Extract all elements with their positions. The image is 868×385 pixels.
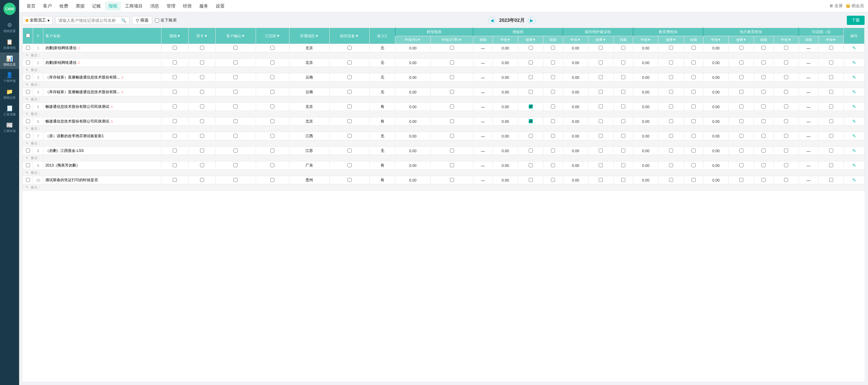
nianbao-check[interactable] xyxy=(450,104,454,109)
nav-customer[interactable]: 客户 xyxy=(40,2,55,11)
queiren-check[interactable] xyxy=(233,119,238,123)
difang-shue2-check[interactable] xyxy=(784,178,788,182)
jiaoyu-jiaofei-check[interactable] xyxy=(692,163,696,167)
difang-shue2-check[interactable] xyxy=(784,163,788,167)
difang-shenbao-check[interactable] xyxy=(739,148,743,153)
baoshui-check[interactable] xyxy=(173,90,177,94)
baoshui-check[interactable] xyxy=(173,163,177,167)
jiaoyu-jiaofei-check[interactable] xyxy=(692,148,696,153)
nav-jingying[interactable]: 经营 xyxy=(180,2,195,11)
huaka-check[interactable] xyxy=(200,104,204,109)
edit-icon[interactable]: ✎ xyxy=(852,133,856,139)
filter-button[interactable]: ▽ 筛选 xyxy=(132,16,152,25)
jiaofei-check[interactable] xyxy=(551,104,555,109)
chengshi-shenbao-check[interactable] xyxy=(599,178,603,182)
huaka-check[interactable] xyxy=(200,163,204,167)
shebei-check[interactable] xyxy=(347,134,352,138)
jiaoyu-jiaofei-check[interactable] xyxy=(692,178,696,182)
chengshi-jiaofei-check[interactable] xyxy=(621,134,625,138)
difang-shue2-check[interactable] xyxy=(784,134,788,138)
wansui-check[interactable] xyxy=(270,134,274,138)
sidebar-item-baoshuijilu[interactable]: 📁 报税记录 xyxy=(0,86,19,102)
nianbao-check[interactable] xyxy=(450,46,454,50)
shebei-check[interactable] xyxy=(347,90,352,94)
jiaofei-check[interactable] xyxy=(551,178,555,182)
difang-shue2-check[interactable] xyxy=(784,60,788,65)
nianbao-check[interactable] xyxy=(450,163,454,167)
edit-icon[interactable]: ✎ xyxy=(852,75,856,80)
th-jiaoyu-jiaofei[interactable]: 缴费▼ xyxy=(658,36,684,44)
next-month-button[interactable]: ▶ xyxy=(528,17,536,24)
difang-shenbao-check[interactable] xyxy=(739,75,743,79)
zengjia-check[interactable] xyxy=(529,75,533,79)
th-shebeizhuangbei[interactable]: 税控设备▼ xyxy=(329,28,370,44)
huaka-check[interactable] xyxy=(200,60,204,65)
difang-jiaofei-check[interactable] xyxy=(762,75,766,79)
nav-baoshui[interactable]: 报税 xyxy=(105,2,121,11)
difang-shenbao-check[interactable] xyxy=(739,163,743,167)
row-checkbox[interactable] xyxy=(26,60,30,65)
difang-jiaofei-check[interactable] xyxy=(762,46,766,50)
zengjia-check[interactable] xyxy=(529,178,533,182)
row-checkbox[interactable] xyxy=(26,90,30,94)
sidebar-item-baoshuizonglan[interactable]: 📊 报税总览 xyxy=(0,53,19,69)
th-zengjia-jiaofei[interactable]: 缴费▼ xyxy=(518,36,543,44)
jiaofei-check[interactable] xyxy=(551,75,555,79)
jiaoyu-shenbao-check[interactable] xyxy=(669,104,673,109)
difang-shenbao-check[interactable] xyxy=(739,90,743,94)
queiren-check[interactable] xyxy=(233,60,238,65)
employee-filter[interactable]: 全部员工 ▾ xyxy=(23,16,53,25)
shebei-check[interactable] xyxy=(347,60,352,65)
difang-jiaofei-check[interactable] xyxy=(762,119,766,123)
th-zengjia-shenbao[interactable]: 申报▼ xyxy=(493,36,518,44)
jiaofei-check[interactable] xyxy=(551,46,555,50)
yinhua-shue-check[interactable] xyxy=(829,134,833,138)
zengjia-check[interactable] xyxy=(529,134,533,138)
nav-piaoju[interactable]: 票据 xyxy=(72,2,88,11)
zengjia-check[interactable] xyxy=(529,148,533,153)
chengshi-jiaofei-check[interactable] xyxy=(621,104,625,109)
row-checkbox[interactable] xyxy=(26,178,30,182)
difang-shue2-check[interactable] xyxy=(784,75,788,79)
chengshi-shenbao-check[interactable] xyxy=(599,119,603,123)
jiaoyu-jiaofei-check[interactable] xyxy=(692,46,696,50)
th-baoshui[interactable]: 报税▼ xyxy=(161,28,188,44)
huaka-check[interactable] xyxy=(200,75,204,79)
nav-jizhang[interactable]: 记账 xyxy=(89,2,104,11)
difang-shue2-check[interactable] xyxy=(784,90,788,94)
prev-month-button[interactable]: ◀ xyxy=(488,17,496,24)
edit-icon[interactable]: ✎ xyxy=(852,148,856,153)
difang-shenbao-check[interactable] xyxy=(739,60,743,65)
shebei-check[interactable] xyxy=(347,104,352,109)
jiaoyu-jiaofei-check[interactable] xyxy=(692,119,696,123)
jiaoyu-shenbao-check[interactable] xyxy=(669,75,673,79)
zengjia-check[interactable] xyxy=(529,46,533,50)
shebei-check[interactable] xyxy=(347,75,352,79)
edit-icon[interactable]: ✎ xyxy=(852,177,856,183)
yinhua-shue-check[interactable] xyxy=(829,119,833,123)
yinhua-shue-check[interactable] xyxy=(829,104,833,109)
queiren-check[interactable] xyxy=(233,178,238,182)
baoshui-check[interactable] xyxy=(173,46,177,50)
jiaofei-check[interactable] xyxy=(551,119,555,123)
chengshi-jiaofei-check[interactable] xyxy=(621,46,625,50)
zengjia-check[interactable] xyxy=(529,104,533,109)
wansui-check[interactable] xyxy=(270,104,274,109)
queiren-check[interactable] xyxy=(233,90,238,94)
yinhua-shue-check[interactable] xyxy=(829,163,833,167)
th-caiwu-yuejibao[interactable]: 申报(月/季)▼ xyxy=(430,36,473,44)
row-checkbox[interactable] xyxy=(26,46,30,50)
nav-fuwu[interactable]: 服务 xyxy=(196,2,212,11)
th-huaka[interactable]: 滑卡▼ xyxy=(188,28,215,44)
queiren-check[interactable] xyxy=(233,46,238,50)
difang-shenbao-check[interactable] xyxy=(739,104,743,109)
th-caiwu-nianbao[interactable]: 申报(年)▼ xyxy=(395,36,430,44)
huaka-check[interactable] xyxy=(200,46,204,50)
sidebar-item-gongshangnianbao[interactable]: 📰 工商年报 xyxy=(0,119,19,136)
yinhua-shue-check[interactable] xyxy=(829,90,833,94)
row-checkbox[interactable] xyxy=(26,119,30,123)
chengshi-shenbao-check[interactable] xyxy=(599,46,603,50)
yinhua-shue-check[interactable] xyxy=(829,46,833,50)
difang-shue2-check[interactable] xyxy=(784,46,788,50)
th-wansui[interactable]: 已完税▼ xyxy=(256,28,289,44)
